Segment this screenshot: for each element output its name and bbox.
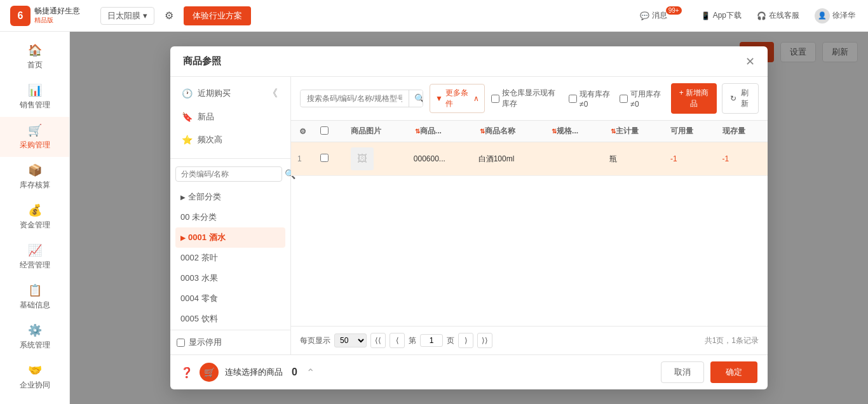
sidebar-item-sales[interactable]: 📊 销售管理 bbox=[0, 77, 69, 117]
help-icon[interactable]: ❓ bbox=[180, 367, 193, 379]
cell-unit: 瓶 bbox=[603, 142, 664, 176]
select-all-checkbox[interactable] bbox=[320, 126, 329, 135]
nav-dropdown[interactable]: 日太阳膜 ▾ bbox=[100, 7, 154, 25]
modal-tab-recent[interactable]: 🕐 近期购买 《 bbox=[175, 82, 285, 105]
modal-left-panel: 🕐 近期购买 《 🔖 新品 ⭐ 频次高 bbox=[170, 77, 291, 354]
headset-icon: 🎧 bbox=[757, 11, 766, 20]
add-product-btn[interactable]: + 新增商品 bbox=[671, 83, 717, 114]
nav-right: 💬 消息 99+ 📱 App下载 🎧 在线客服 👤 徐泽华 bbox=[637, 6, 858, 26]
footer-collapse-btn[interactable]: ⌃ bbox=[306, 367, 315, 379]
app-download-btn[interactable]: 📱 App下载 bbox=[698, 8, 744, 24]
chevron-down-icon: ▾ bbox=[143, 11, 147, 20]
operations-icon: 📈 bbox=[28, 243, 42, 257]
show-disabled-label[interactable]: 显示停用 bbox=[189, 337, 222, 348]
sales-icon: 📊 bbox=[28, 83, 42, 97]
category-snack[interactable]: 0004 零食 bbox=[175, 288, 285, 309]
inventory-icon: 📦 bbox=[28, 163, 42, 177]
avatar: 👤 bbox=[815, 8, 830, 24]
logo-sub: 精品版 bbox=[34, 16, 80, 25]
modal-left-tabs: 🕐 近期购买 《 🔖 新品 ⭐ 频次高 bbox=[170, 77, 290, 156]
modal-left-search: 🔍 bbox=[170, 161, 290, 187]
modal-close-btn[interactable]: ✕ bbox=[745, 56, 755, 67]
current-stock-checkbox[interactable] bbox=[569, 95, 577, 103]
sidebar-item-finance[interactable]: 💰 资金管理 bbox=[0, 197, 69, 237]
sidebar-item-basic-info[interactable]: 📋 基础信息 bbox=[0, 277, 69, 317]
warehouse-filter[interactable]: 按仓库显示现有库存 bbox=[491, 88, 562, 109]
category-beverage[interactable]: 0005 饮料 bbox=[175, 309, 285, 329]
home-icon: 🏠 bbox=[28, 43, 42, 57]
phone-icon: 📱 bbox=[701, 11, 710, 20]
category-list: ▶ 全部分类 00 未分类 ▶ 0001 酒水 0002 茶 bbox=[170, 187, 290, 330]
user-profile-btn[interactable]: 👤 徐泽华 bbox=[812, 6, 858, 26]
available-stock-filter[interactable]: 可用库存≠0 bbox=[620, 89, 664, 109]
category-liquor[interactable]: ▶ 0001 酒水 bbox=[175, 227, 285, 248]
sidebar-item-inventory[interactable]: 📦 库存核算 bbox=[0, 157, 69, 197]
message-btn[interactable]: 💬 消息 99+ bbox=[637, 8, 688, 24]
category-tea[interactable]: 0002 茶叶 bbox=[175, 248, 285, 268]
logo-icon: 6 bbox=[10, 6, 31, 26]
modal-toolbar: 🔍 ▼ 更多条件 ∧ 按仓库显示现有库存 bbox=[291, 77, 768, 121]
cart-btn[interactable]: 🛒 bbox=[200, 363, 219, 382]
modal-right-panel: 🔍 ▼ 更多条件 ∧ 按仓库显示现有库存 bbox=[291, 77, 768, 354]
refresh-btn[interactable]: ↻ 刷新 bbox=[722, 83, 759, 114]
gear-nav-icon[interactable]: ⚙ bbox=[162, 7, 176, 24]
sidebar-item-guide[interactable]: 🎯 新手引导 bbox=[0, 397, 69, 404]
col-available: 可用量 bbox=[664, 121, 715, 142]
category-search-input[interactable] bbox=[175, 166, 282, 182]
collapse-left-btn[interactable]: 《 bbox=[266, 87, 279, 100]
trial-btn[interactable]: 体验行业方案 bbox=[184, 6, 251, 25]
available-stock-checkbox[interactable] bbox=[620, 95, 628, 103]
warehouse-stock-checkbox[interactable] bbox=[491, 95, 499, 103]
finance-icon: 💰 bbox=[28, 203, 42, 217]
current-stock-filter[interactable]: 现有库存≠0 bbox=[569, 89, 613, 109]
modal-pagination: 每页显示 20 50 100 ⟨⟨ ⟨ 第 页 ⟩ bbox=[291, 326, 768, 354]
last-page-btn[interactable]: ⟩⟩ bbox=[477, 333, 492, 348]
category-uncategorized[interactable]: 00 未分类 bbox=[175, 207, 285, 227]
message-icon: 💬 bbox=[640, 11, 649, 20]
refresh-icon: ↻ bbox=[730, 94, 736, 103]
next-page-btn[interactable]: ⟩ bbox=[458, 333, 473, 348]
show-disabled-checkbox[interactable] bbox=[177, 339, 185, 347]
recent-icon: 🕐 bbox=[182, 88, 193, 98]
top-nav: 6 畅捷通好生意 精品版 日太阳膜 ▾ ⚙ 体验行业方案 💬 消息 99+ 📱 … bbox=[0, 0, 868, 32]
col-code[interactable]: ⇅商品... bbox=[407, 121, 472, 142]
cell-code: 000600... bbox=[407, 142, 472, 176]
frequent-icon: ⭐ bbox=[182, 135, 193, 145]
category-all[interactable]: ▶ 全部分类 bbox=[175, 187, 285, 207]
category-fruit[interactable]: 0003 水果 bbox=[175, 268, 285, 288]
logo-text: 畅捷通好生意 bbox=[34, 6, 80, 17]
cancel-btn[interactable]: 取消 bbox=[661, 361, 704, 383]
first-page-btn[interactable]: ⟨⟨ bbox=[370, 333, 386, 348]
col-checkbox[interactable] bbox=[314, 121, 344, 142]
row-checkbox[interactable] bbox=[320, 154, 329, 162]
col-name[interactable]: ⇅商品名称 bbox=[472, 121, 544, 142]
cell-checkbox[interactable] bbox=[314, 142, 344, 176]
sort-icon-name: ⇅ bbox=[480, 128, 485, 135]
sidebar-item-home[interactable]: 🏠 首页 bbox=[0, 37, 69, 77]
confirm-btn[interactable]: 确定 bbox=[710, 361, 757, 383]
col-spec[interactable]: ⇅规格... bbox=[544, 121, 603, 142]
modal-body: 🕐 近期购买 《 🔖 新品 ⭐ 频次高 bbox=[170, 77, 768, 354]
product-search-btn[interactable]: 🔍 bbox=[409, 90, 423, 107]
prev-page-btn[interactable]: ⟨ bbox=[390, 333, 405, 348]
col-settings[interactable]: ⚙ bbox=[291, 121, 314, 142]
sidebar-item-system[interactable]: ⚙️ 系统管理 bbox=[0, 317, 69, 357]
toolbar-right: + 新增商品 ↻ 刷新 bbox=[671, 83, 759, 114]
sidebar-item-enterprise[interactable]: 🤝 企业协同 bbox=[0, 357, 69, 397]
expand-icon: ▶ bbox=[180, 194, 186, 201]
modal-tab-new[interactable]: 🔖 新品 bbox=[175, 106, 285, 128]
col-unit[interactable]: ⇅主计量 bbox=[603, 121, 664, 142]
modal-tab-frequent[interactable]: ⭐ 频次高 bbox=[175, 129, 285, 151]
product-search-input[interactable] bbox=[301, 91, 409, 106]
table-row[interactable]: 1 🖼 000600... 白酒100ml bbox=[291, 142, 768, 176]
more-filters-btn[interactable]: ▼ 更多条件 ∧ bbox=[430, 84, 485, 113]
main-layout: 🏠 首页 📊 销售管理 🛒 采购管理 📦 库存核算 💰 资金管理 📈 经营管理 … bbox=[0, 32, 868, 404]
page-number-input[interactable] bbox=[420, 334, 443, 347]
page-size-select[interactable]: 20 50 100 bbox=[334, 333, 367, 347]
product-table-wrap: ⚙ 商品图片 ⇅商品... ⇅商品名称 bbox=[291, 121, 768, 326]
chevron-up-icon: ∧ bbox=[473, 94, 479, 103]
online-service-btn[interactable]: 🎧 在线客服 bbox=[754, 8, 802, 24]
product-table: ⚙ 商品图片 ⇅商品... ⇅商品名称 bbox=[291, 121, 768, 176]
sidebar-item-purchase[interactable]: 🛒 采购管理 bbox=[0, 117, 69, 157]
sidebar-item-operations[interactable]: 📈 经营管理 bbox=[0, 237, 69, 277]
